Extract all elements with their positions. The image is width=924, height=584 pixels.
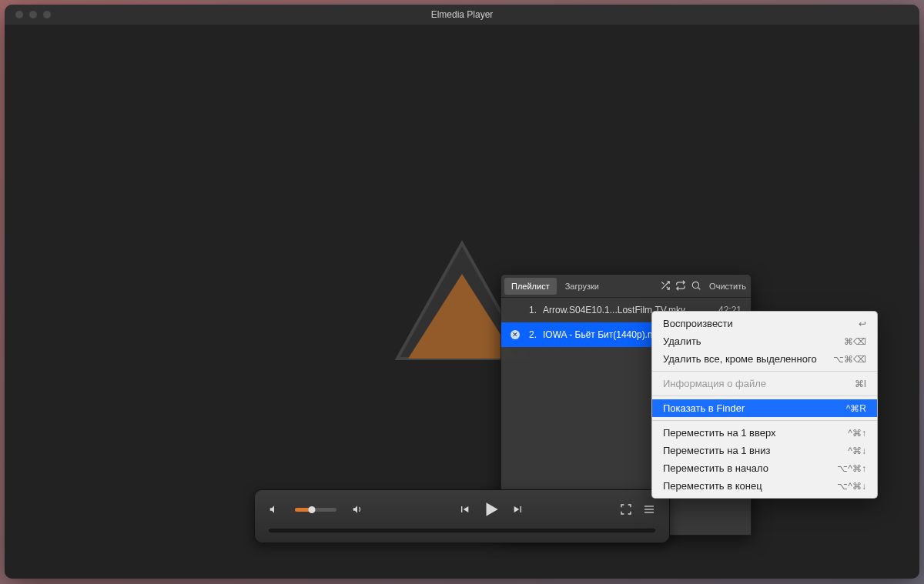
window-title: Elmedia Player [5, 9, 919, 20]
traffic-lights [15, 11, 51, 18]
ctx-shortcut: ^⌘R [846, 403, 866, 414]
ctx-label: Воспроизвести [663, 318, 733, 329]
progress-bar[interactable] [269, 529, 655, 532]
tab-downloads[interactable]: Загрузки [558, 278, 606, 295]
svg-rect-4 [644, 509, 654, 509]
ctx-show-in-finder[interactable]: Показать в Finder ^⌘R [652, 399, 877, 417]
volume-up-icon[interactable] [352, 504, 363, 515]
search-icon[interactable] [689, 279, 703, 294]
ctx-label: Показать в Finder [663, 402, 745, 414]
ctx-separator [652, 371, 877, 372]
minimize-window-button[interactable] [29, 11, 37, 18]
play-button[interactable] [481, 499, 501, 519]
next-button[interactable] [512, 503, 524, 516]
ctx-label: Информация о файле [663, 378, 766, 389]
playlist-item-index: 2. [526, 329, 537, 340]
ctx-move-top[interactable]: Переместить в начало ⌥^⌘↑ [652, 459, 877, 477]
playlist-toggle-icon[interactable] [643, 503, 655, 516]
ctx-label: Переместить на 1 вниз [663, 445, 770, 456]
playlist-item-index: 1. [526, 305, 537, 315]
context-menu: Воспроизвести ↩ Удалить ⌘⌫ Удалить все, … [651, 311, 878, 499]
ctx-move-bottom[interactable]: Переместить в конец ⌥^⌘↓ [652, 477, 877, 495]
ctx-delete[interactable]: Удалить ⌘⌫ [652, 332, 877, 350]
ctx-separator [652, 395, 877, 396]
ctx-separator [652, 420, 877, 421]
ctx-shortcut: ⌥^⌘↑ [837, 463, 866, 474]
ctx-label: Удалить все, кроме выделенного [663, 353, 817, 365]
ctx-move-up[interactable]: Переместить на 1 вверх ^⌘↑ [652, 424, 877, 442]
transport-cluster [458, 499, 524, 519]
ctx-shortcut: ⌥^⌘↓ [837, 481, 866, 492]
shuffle-icon[interactable] [658, 279, 672, 294]
fullscreen-icon[interactable] [620, 503, 632, 516]
right-cluster [620, 503, 655, 516]
tab-playlist[interactable]: Плейлист [504, 278, 557, 295]
close-window-button[interactable] [15, 11, 23, 18]
volume-slider[interactable] [295, 508, 336, 512]
ctx-shortcut: ⌘⌫ [844, 336, 866, 347]
remove-item-icon[interactable]: ✕ [511, 330, 520, 339]
playlist-header: Плейлист Загрузки Очистить [501, 275, 751, 298]
volume-cluster [269, 504, 363, 515]
title-bar: Elmedia Player [5, 5, 919, 25]
previous-button[interactable] [458, 503, 470, 516]
ctx-label: Переместить в начало [663, 462, 768, 474]
clear-playlist-button[interactable]: Очистить [705, 282, 746, 291]
zoom-window-button[interactable] [43, 11, 51, 18]
ctx-shortcut: ↩ [859, 319, 866, 329]
ctx-label: Переместить в конец [663, 480, 762, 492]
ctx-shortcut: ^⌘↑ [848, 428, 866, 439]
ctx-play[interactable]: Воспроизвести ↩ [652, 315, 877, 332]
svg-rect-3 [644, 506, 654, 506]
repeat-icon[interactable] [674, 279, 688, 294]
svg-point-2 [692, 282, 698, 288]
ctx-label: Переместить на 1 вверх [663, 427, 776, 439]
ctx-shortcut: ⌘I [855, 379, 866, 389]
svg-rect-5 [644, 512, 654, 512]
ctx-delete-others[interactable]: Удалить все, кроме выделенного ⌥⌘⌫ [652, 350, 877, 368]
ctx-shortcut: ^⌘↓ [848, 446, 866, 456]
volume-down-icon[interactable] [269, 504, 280, 515]
ctx-label: Удалить [663, 335, 701, 347]
player-controls [254, 489, 670, 543]
ctx-move-down[interactable]: Переместить на 1 вниз ^⌘↓ [652, 442, 877, 459]
ctx-shortcut: ⌥⌘⌫ [833, 354, 866, 365]
ctx-file-info: Информация о файле ⌘I [652, 375, 877, 392]
